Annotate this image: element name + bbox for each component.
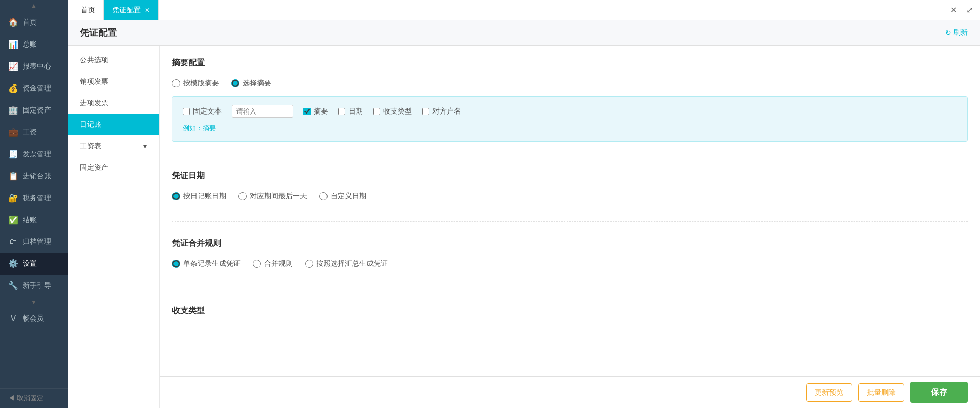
payroll-icon: 💼 — [8, 127, 18, 137]
home-icon: 🏠 — [8, 17, 18, 27]
left-nav-label-public-options: 公共选项 — [80, 56, 108, 65]
general-ledger-icon: 📊 — [8, 39, 18, 49]
radio-label-last-day-of-period: 对应期间最后一天 — [250, 192, 307, 201]
checkbox-input-fixed-text[interactable] — [183, 108, 190, 115]
radio-input-custom-date[interactable] — [319, 192, 328, 200]
sidebar-label-purchase-sales: 进销台账 — [23, 172, 59, 181]
radio-merge-rules[interactable]: 合并规则 — [253, 259, 293, 268]
radio-select-summary[interactable]: 选择摘要 — [231, 79, 271, 88]
page-title: 凭证配置 — [80, 27, 117, 39]
sidebar-label-report-center: 报表中心 — [23, 62, 59, 71]
checkbox-income-expense-type[interactable]: 收支类型 — [373, 107, 412, 116]
radio-input-single-record[interactable] — [172, 260, 180, 268]
save-button[interactable]: 保存 — [910, 382, 968, 403]
right-content: 摘要配置 按模版摘要 选择摘要 — [160, 46, 980, 376]
tab-bar-actions: ✕ ⤢ — [948, 3, 975, 17]
radio-single-record[interactable]: 单条记录生成凭证 — [172, 259, 241, 268]
left-nav-item-journal[interactable]: 日记账 — [68, 114, 159, 135]
checkbox-fixed-text[interactable]: 固定文本 — [183, 107, 222, 116]
left-nav-label-journal: 日记账 — [80, 120, 101, 129]
checkbox-label-income-expense-type: 收支类型 — [383, 107, 412, 116]
sidebar-item-vip[interactable]: V 畅会员 — [0, 308, 68, 329]
radio-input-last-day-of-period[interactable] — [238, 192, 247, 200]
fixed-text-input[interactable] — [232, 105, 293, 118]
update-preview-button[interactable]: 更新预览 — [806, 383, 852, 402]
checkbox-input-income-expense-type[interactable] — [373, 108, 380, 115]
sidebar-item-settings[interactable]: ⚙️ 设置 — [0, 253, 68, 275]
sidebar-item-new-guide[interactable]: 🔧 新手引导 — [0, 275, 68, 297]
tab-home[interactable]: 首页 — [73, 0, 104, 20]
sidebar-item-fixed-assets[interactable]: 🏢 固定资产 — [0, 99, 68, 121]
unpin-icon: ◀ — [8, 394, 15, 402]
radio-template-summary[interactable]: 按模版摘要 — [172, 79, 219, 88]
sidebar-scroll-down[interactable]: ▼ — [0, 297, 68, 308]
radio-label-template-summary: 按模版摘要 — [183, 79, 219, 88]
sidebar-item-purchase-sales[interactable]: 📋 进销台账 — [0, 165, 68, 187]
refresh-button[interactable]: ↻ 刷新 — [945, 28, 968, 37]
left-nav-item-public-options[interactable]: 公共选项 — [68, 50, 159, 71]
radio-input-template-summary[interactable] — [172, 79, 180, 87]
purchase-sales-icon: 📋 — [8, 171, 18, 181]
sidebar-label-tax-management: 税务管理 — [23, 194, 59, 203]
refresh-label: 刷新 — [953, 28, 968, 37]
radio-label-merge-rules: 合并规则 — [264, 259, 293, 268]
summary-config-section: 摘要配置 按模版摘要 选择摘要 — [172, 58, 968, 154]
checkbox-label-date: 日期 — [349, 107, 363, 116]
sidebar-item-archive-management[interactable]: 🗂 归档管理 — [0, 231, 68, 253]
vip-icon: V — [8, 314, 18, 323]
expand-window-button[interactable]: ⤢ — [964, 3, 975, 17]
sidebar-label-closing: 结账 — [23, 216, 59, 225]
summary-config-title: 摘要配置 — [172, 58, 968, 69]
radio-label-select-summary-merge: 按照选择汇总生成凭证 — [316, 259, 388, 268]
radio-select-summary-merge[interactable]: 按照选择汇总生成凭证 — [305, 259, 388, 268]
summary-checkbox-row: 固定文本 摘要 日期 — [183, 105, 957, 118]
checkbox-input-summary[interactable] — [303, 108, 311, 115]
fund-management-icon: 💰 — [8, 83, 18, 93]
left-nav-item-sales-invoice[interactable]: 销项发票 — [68, 71, 159, 93]
radio-input-merge-rules[interactable] — [253, 260, 261, 268]
chevron-down-icon: ▾ — [143, 142, 147, 150]
left-nav-item-payroll-sheet[interactable]: 工资表 ▾ — [68, 135, 159, 157]
sidebar-item-closing[interactable]: ✅ 结账 — [0, 209, 68, 231]
close-window-button[interactable]: ✕ — [948, 3, 959, 17]
sidebar-item-invoice-management[interactable]: 🧾 发票管理 — [0, 143, 68, 165]
sidebar-item-report-center[interactable]: 📈 报表中心 — [0, 55, 68, 77]
checkbox-counterpart-name[interactable]: 对方户名 — [422, 107, 461, 116]
checkbox-input-date[interactable] — [338, 108, 345, 115]
left-nav-label-fixed-assets-nav: 固定资产 — [80, 163, 108, 172]
settings-icon: ⚙️ — [8, 259, 18, 268]
radio-input-by-journal-date[interactable] — [172, 192, 180, 200]
fixed-assets-icon: 🏢 — [8, 105, 18, 115]
summary-radio-group: 按模版摘要 选择摘要 — [172, 79, 968, 88]
tab-home-label: 首页 — [81, 6, 95, 15]
report-center-icon: 📈 — [8, 61, 18, 71]
new-guide-icon: 🔧 — [8, 281, 18, 290]
tab-voucher-config[interactable]: 凭证配置 ✕ — [104, 0, 159, 20]
tab-close-icon[interactable]: ✕ — [145, 7, 150, 14]
radio-input-select-summary[interactable] — [231, 79, 239, 87]
sidebar-label-home: 首页 — [23, 18, 59, 27]
sidebar-item-general-ledger[interactable]: 📊 总账 — [0, 33, 68, 55]
checkbox-date[interactable]: 日期 — [338, 107, 363, 116]
left-nav-item-fixed-assets-nav[interactable]: 固定资产 — [68, 157, 159, 178]
sidebar-label-new-guide: 新手引导 — [23, 281, 59, 290]
archive-management-icon: 🗂 — [8, 237, 18, 246]
left-nav-item-purchase-invoice[interactable]: 进项发票 — [68, 93, 159, 114]
batch-delete-button[interactable]: 批量删除 — [858, 383, 904, 402]
sidebar-footer-unpin[interactable]: ◀ 取消固定 — [0, 388, 68, 408]
sidebar-item-payroll[interactable]: 💼 工资 — [0, 121, 68, 143]
radio-input-select-summary-merge[interactable] — [305, 260, 313, 268]
checkbox-summary[interactable]: 摘要 — [303, 107, 328, 116]
sidebar-label-archive-management: 归档管理 — [23, 237, 59, 246]
sidebar-item-fund-management[interactable]: 💰 资金管理 — [0, 77, 68, 99]
voucher-merge-radio-group: 单条记录生成凭证 合并规则 按照选择汇总生成凭证 — [172, 259, 968, 268]
radio-by-journal-date[interactable]: 按日记账日期 — [172, 192, 226, 201]
sidebar-item-home[interactable]: 🏠 首页 — [0, 11, 68, 33]
main-area: 首页 凭证配置 ✕ ✕ ⤢ 凭证配置 ↻ 刷新 公共选项 — [68, 0, 980, 408]
income-expense-section: 收支类型 — [172, 306, 968, 339]
sidebar-item-tax-management[interactable]: 🔐 税务管理 — [0, 187, 68, 209]
sidebar-scroll-up[interactable]: ▲ — [0, 0, 68, 11]
radio-last-day-of-period[interactable]: 对应期间最后一天 — [238, 192, 307, 201]
radio-custom-date[interactable]: 自定义日期 — [319, 192, 366, 201]
checkbox-input-counterpart-name[interactable] — [422, 108, 429, 115]
